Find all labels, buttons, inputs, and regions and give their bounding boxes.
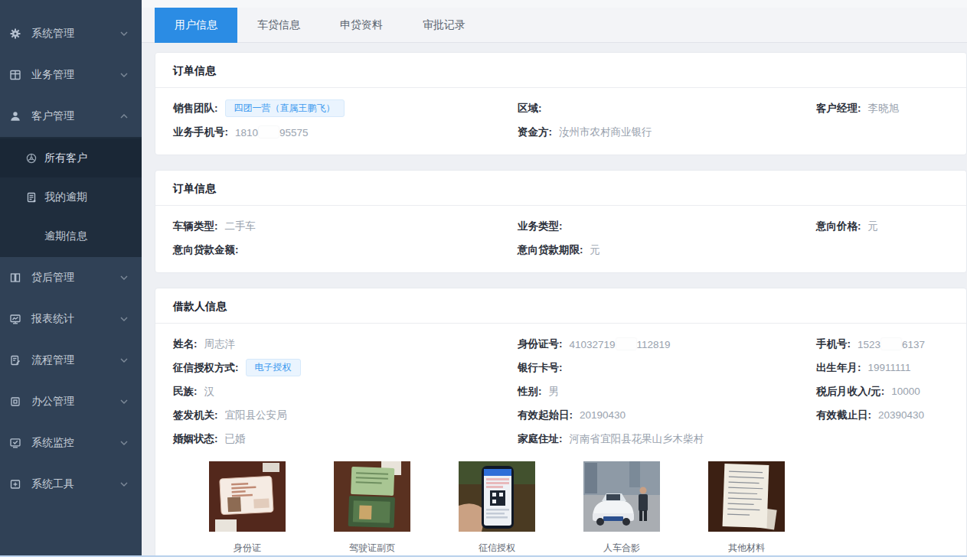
sidebar-item-label: 系统监控 [31, 436, 74, 450]
sidebar-item-system-management[interactable]: 系统管理 [0, 13, 142, 54]
sidebar-item-label: 办公管理 [31, 395, 74, 409]
sidebar-subitem-my-overdue[interactable]: 我的逾期 [0, 177, 142, 217]
sidebar-item-label: 系统管理 [31, 27, 74, 41]
field-value: 周志洋 [204, 337, 236, 351]
field-value: 元 [590, 243, 601, 257]
field-value: 15236137 [858, 338, 925, 350]
field-label: 性别: [518, 385, 542, 399]
card-order-info-2: 订单信息车辆类型:二手车业务类型:意向价格:元意向贷款金额:意向贷款期限:元 [155, 170, 967, 273]
field: 车辆类型:二手车 [173, 214, 518, 238]
tab-approval-records[interactable]: 审批记录 [403, 8, 485, 43]
field: 业务类型: [518, 214, 816, 238]
sidebar-menu: 系统管理业务管理客户管理所有客户我的逾期逾期信息贷后管理报表统计流程管理办公管理… [0, 13, 142, 505]
office-icon [9, 396, 21, 408]
tools-icon [9, 478, 21, 490]
sidebar-item-system-tools[interactable]: 系统工具 [0, 464, 142, 505]
field: 业务手机号:181095575 [173, 120, 518, 144]
field-label: 有效截止日: [816, 409, 871, 422]
field-value: 20190430 [580, 409, 626, 421]
card-header: 订单信息 [155, 171, 966, 206]
sidebar-item-office-management[interactable]: 办公管理 [0, 381, 142, 422]
sidebar-subitem-overdue-info[interactable]: 逾期信息 [0, 217, 142, 256]
card-body: 销售团队:四团一营（直属王鹏飞）区域:客户经理:李晓旭业务手机号:1810955… [155, 88, 966, 155]
field-value: 男 [549, 385, 560, 399]
field: 有效截止日:20390430 [816, 403, 966, 427]
photo-thumbnail-paper-doc[interactable] [708, 461, 785, 532]
chevron-down-icon [120, 317, 128, 321]
card-header: 借款人信息 [155, 288, 966, 324]
field: 手机号:15236137 [816, 332, 966, 356]
field: 税后月收入/元:10000 [816, 379, 966, 403]
tab-user-info[interactable]: 用户信息 [155, 8, 237, 43]
field-grid: 销售团队:四团一营（直属王鹏飞）区域:客户经理:李晓旭业务手机号:1810955… [173, 96, 966, 144]
field-grid: 姓名:周志洋身份证号:41032719112819手机号:15236137征信授… [173, 332, 966, 451]
monitor-check-icon [9, 437, 21, 449]
field-label: 业务手机号: [173, 125, 228, 139]
field-value: 汝州市农村商业银行 [559, 125, 652, 139]
sidebar-item-label: 报表统计 [31, 312, 74, 326]
field-label: 税后月收入/元: [816, 385, 884, 399]
field-label: 资金方: [518, 125, 552, 139]
sidebar-item-label: 系统工具 [31, 477, 74, 491]
field: 意向贷款金额: [173, 238, 518, 262]
sidebar-item-report-statistics[interactable]: 报表统计 [0, 298, 142, 340]
sidebar-item-label: 流程管理 [31, 353, 74, 367]
sidebar-item-business-management[interactable]: 业务管理 [0, 54, 142, 96]
photo-thumbnail-green-booklet[interactable] [334, 461, 410, 532]
chevron-down-icon [120, 399, 128, 404]
photo-caption: 征信授权 [459, 542, 535, 555]
field: 有效起始日:20190430 [518, 403, 816, 427]
main-panel: 用户信息车贷信息申贷资料审批记录 订单信息销售团队:四团一营（直属王鹏飞）区域:… [142, 0, 967, 560]
sidebar-item-post-loan-management[interactable]: 贷后管理 [0, 257, 142, 298]
card-borrower-info: 借款人信息姓名:周志洋身份证号:41032719112819手机号:152361… [155, 288, 967, 557]
field-label: 民族: [173, 385, 198, 399]
field: 销售团队:四团一营（直属王鹏飞） [173, 96, 518, 120]
submenu-customer-management: 所有客户我的逾期逾期信息 [0, 137, 142, 257]
field-label: 意向价格: [816, 220, 861, 233]
chevron-down-icon [120, 275, 128, 280]
content-area: 订单信息销售团队:四团一营（直属王鹏飞）区域:客户经理:李晓旭业务手机号:181… [142, 43, 967, 557]
field-value: 已婚 [225, 432, 246, 446]
field: 姓名:周志洋 [173, 332, 518, 356]
field-value: 19911111 [868, 362, 911, 373]
value-tag[interactable]: 四团一营（直属王鹏飞） [225, 99, 345, 116]
photo-green-booklet: 驾驶证副页 [334, 461, 410, 555]
sidebar-subitem-all-customers[interactable]: 所有客户 [0, 138, 142, 177]
photo-thumbnail-phone-qr[interactable] [459, 461, 535, 532]
sidebar-subitem-label: 逾期信息 [44, 230, 87, 243]
field-label: 区域: [518, 102, 542, 116]
field-value: 元 [868, 220, 879, 233]
field-value: 李晓旭 [868, 102, 900, 116]
field-label: 有效起始日: [518, 409, 573, 422]
sidebar-subitem-label: 我的逾期 [44, 190, 87, 204]
field-empty [816, 427, 966, 451]
sidebar-item-system-monitoring[interactable]: 系统监控 [0, 422, 142, 464]
value-tag[interactable]: 电子授权 [246, 359, 301, 376]
sidebar-item-customer-management[interactable]: 客户管理 [0, 96, 142, 137]
tab-loan-application-docs[interactable]: 申贷资料 [320, 8, 403, 43]
card-order-info-1: 订单信息销售团队:四团一营（直属王鹏飞）区域:客户经理:李晓旭业务手机号:181… [155, 52, 967, 155]
field-value: 宜阳县公安局 [225, 409, 287, 422]
photo-thumbnail-car-person[interactable] [583, 461, 660, 532]
photo-paper-doc: 其他材料 [708, 461, 785, 555]
field-label: 业务类型: [518, 220, 563, 233]
chevron-up-icon [120, 114, 128, 119]
photo-caption: 其他材料 [708, 542, 785, 555]
field-label: 车辆类型: [173, 220, 218, 233]
chevron-down-icon [120, 358, 128, 363]
sidebar-item-process-management[interactable]: 流程管理 [0, 340, 142, 381]
field-label: 销售团队: [173, 102, 218, 116]
user-icon [9, 110, 21, 122]
tab-car-loan-info[interactable]: 车贷信息 [237, 8, 320, 43]
tab-strip-top [142, 0, 967, 8]
photo-caption: 驾驶证副页 [334, 542, 410, 555]
field-label: 出生年月: [816, 361, 861, 375]
field-grid: 车辆类型:二手车业务类型:意向价格:元意向贷款金额:意向贷款期限:元 [173, 214, 966, 262]
grid-icon [9, 69, 21, 81]
photo-caption: 人车合影 [583, 542, 660, 555]
field-value: 汉 [204, 385, 215, 399]
photo-thumbnail-id-card[interactable] [209, 461, 286, 532]
field-label: 手机号: [816, 337, 851, 351]
field-label: 婚姻状态: [173, 432, 218, 446]
field: 意向价格:元 [816, 214, 966, 238]
